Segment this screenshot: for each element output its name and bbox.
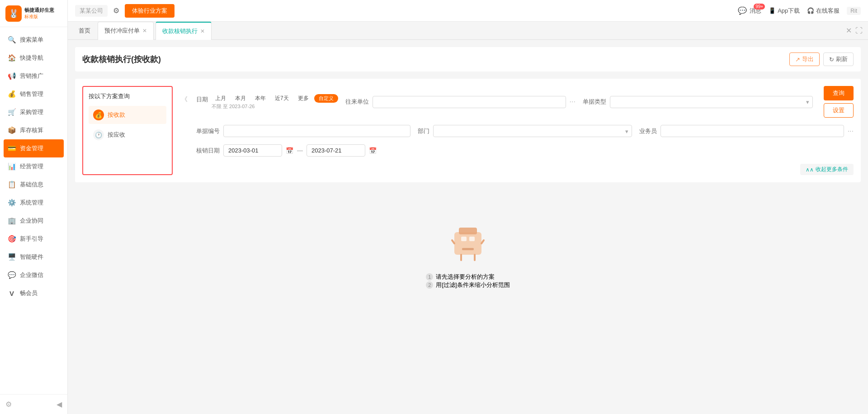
- sidebar-item-marketing[interactable]: 📢 营销推广: [0, 67, 67, 85]
- sidebar-item-enterprise[interactable]: 🏢 企业协同: [0, 212, 67, 230]
- counterparty-label: 往来单位: [345, 98, 369, 106]
- filter-collapse-btn[interactable]: 《: [180, 86, 189, 113]
- filter-row-3: 核销日期 📅 — 📅: [196, 144, 854, 157]
- finance-icon: 💳: [7, 144, 16, 153]
- collapse-more-button[interactable]: ∧∧ 收起更多条件: [800, 164, 854, 175]
- close-tab-icon[interactable]: ✕: [846, 26, 852, 35]
- filter-option-by-receivable[interactable]: 🕐 按应收: [89, 126, 166, 144]
- settings-button[interactable]: 设置: [824, 103, 854, 118]
- tab-prepay-label: 预付冲应付单: [104, 27, 140, 35]
- date-sub-text: 不限 至 2023-07-26: [212, 103, 338, 110]
- sidebar-item-search[interactable]: 🔍 搜索菜单: [0, 31, 67, 49]
- page-actions: ↗ 导出 ↻ 刷新: [789, 52, 854, 66]
- doc-type-group: 单据类型: [583, 96, 813, 108]
- filter-panel: 按以下方案查询 💰 按收款 🕐 按应收 《 日期: [75, 79, 861, 182]
- basic-info-icon: 📋: [7, 180, 16, 189]
- date-btn-this-month[interactable]: 本月: [231, 94, 250, 103]
- topbar-gear-icon[interactable]: ⚙: [113, 6, 119, 15]
- export-label: 导出: [802, 55, 814, 63]
- counterparty-group: 往来单位 ···: [345, 96, 576, 108]
- sidebar-item-system[interactable]: ⚙️ 系统管理: [0, 194, 67, 212]
- refresh-button[interactable]: ↻ 刷新: [823, 52, 854, 66]
- sidebar-item-inventory[interactable]: 📦 库存核算: [0, 121, 67, 139]
- tab-receipt-verify-close-icon[interactable]: ✕: [200, 28, 205, 34]
- staff-more-icon[interactable]: ···: [848, 127, 854, 135]
- tab-receipt-verify[interactable]: 收款核销执行 ✕: [156, 22, 212, 40]
- date-btn-7days[interactable]: 近7天: [271, 94, 292, 103]
- sidebar-label-inventory: 库存核算: [20, 126, 43, 134]
- sidebar-item-finance[interactable]: 💳 资金管理: [4, 139, 64, 157]
- doc-type-select[interactable]: [610, 96, 813, 108]
- marketing-icon: 📢: [7, 71, 16, 81]
- by-receipt-icon: 💰: [93, 109, 104, 120]
- member-icon: V: [7, 289, 16, 298]
- sidebar-item-member[interactable]: V 畅会员: [0, 284, 67, 302]
- svg-line-6: [481, 240, 484, 243]
- staff-input[interactable]: [660, 125, 844, 137]
- doc-number-input[interactable]: [223, 125, 410, 137]
- date-btn-custom[interactable]: 自定义: [314, 94, 338, 103]
- verify-date-start-input[interactable]: [223, 144, 282, 157]
- company-name: 某某公司: [75, 5, 108, 17]
- logo-name: 畅捷通好生意: [24, 7, 54, 14]
- message-container[interactable]: 💬 99+ 消息: [738, 6, 761, 15]
- logo: 🐰 畅捷通好生意 标准版: [0, 0, 67, 27]
- sidebar-item-sales[interactable]: 💰 销售管理: [0, 85, 67, 103]
- date-controls: 上月 本月 本年 近7天 更多 自定义 不限 至 2023-07-26: [212, 94, 338, 110]
- purchase-icon: 🛒: [7, 108, 16, 117]
- tab-prepay[interactable]: 预付冲应付单 ✕: [98, 22, 154, 40]
- customer-service[interactable]: 🎧 在线客服: [807, 7, 840, 15]
- tab-home[interactable]: 首页: [71, 22, 98, 40]
- counterparty-more-icon[interactable]: ···: [570, 98, 576, 106]
- hardware-icon: 🖥️: [7, 252, 16, 262]
- tip-num-1: 1: [426, 273, 433, 281]
- settings-bottom-icon[interactable]: ⚙: [5, 400, 12, 409]
- date-btn-last-month[interactable]: 上月: [212, 94, 230, 103]
- sidebar-label-member: 畅会员: [20, 289, 38, 297]
- filter-option-by-receipt[interactable]: 💰 按收款: [89, 106, 166, 124]
- sidebar-item-wechat[interactable]: 💬 企业微信: [0, 266, 67, 284]
- expand-tab-icon[interactable]: ⛶: [855, 27, 863, 35]
- sidebar-label-sales: 销售管理: [20, 90, 43, 98]
- collapse-up-icon: ∧∧: [806, 167, 814, 173]
- collapse-label: 收起更多条件: [816, 166, 848, 173]
- sidebar-item-management[interactable]: 📊 经营管理: [0, 157, 67, 176]
- user-name: Rit: [847, 7, 861, 15]
- sidebar-item-quick-nav[interactable]: 🏠 快捷导航: [0, 49, 67, 67]
- sidebar-item-hardware[interactable]: 🖥️ 智能硬件: [0, 248, 67, 266]
- svg-rect-2: [461, 237, 467, 241]
- sidebar-item-basic-info[interactable]: 📋 基础信息: [0, 176, 67, 194]
- department-label: 部门: [418, 127, 429, 135]
- filter-scheme-box: 按以下方案查询 💰 按收款 🕐 按应收: [82, 86, 173, 175]
- date-group: 日期 上月 本月 本年 近7天 更多 自定义 不限 至 2023-07-26: [196, 94, 338, 110]
- department-select[interactable]: [433, 125, 632, 137]
- verify-date-start-calendar-icon[interactable]: 📅: [286, 147, 293, 154]
- verify-date-end-calendar-icon[interactable]: 📅: [369, 147, 377, 154]
- tip-text-2: 用[过滤]条件来缩小分析范围: [436, 281, 509, 289]
- export-button[interactable]: ↗ 导出: [789, 52, 820, 66]
- sidebar-label-hardware: 智能硬件: [20, 253, 43, 261]
- by-receipt-label: 按收款: [108, 111, 125, 119]
- counterparty-input[interactable]: [373, 96, 566, 108]
- date-label: 日期: [196, 95, 208, 104]
- sidebar-item-purchase[interactable]: 🛒 采购管理: [0, 103, 67, 121]
- verify-date-range: 📅 — 📅: [223, 144, 377, 157]
- date-btn-this-year[interactable]: 本年: [251, 94, 269, 103]
- logo-sub: 标准版: [24, 14, 54, 20]
- export-icon: ↗: [795, 56, 800, 63]
- sidebar-item-guide[interactable]: 🎯 新手引导: [0, 230, 67, 248]
- sidebar-label-search: 搜索菜单: [20, 36, 43, 44]
- tab-prepay-close-icon[interactable]: ✕: [142, 28, 147, 34]
- query-button[interactable]: 查询: [824, 86, 854, 100]
- app-download[interactable]: 📱 App下载: [769, 7, 800, 15]
- industry-solution-button[interactable]: 体验行业方案: [125, 4, 175, 18]
- department-select-wrapper: [433, 125, 632, 137]
- collapse-sidebar-icon[interactable]: ◀: [57, 400, 62, 409]
- verify-date-end-input[interactable]: [307, 144, 365, 157]
- sidebar-label-enterprise: 企业协同: [20, 217, 43, 225]
- date-btn-more[interactable]: 更多: [294, 94, 312, 103]
- by-receivable-icon: 🕐: [93, 129, 104, 140]
- svg-rect-3: [469, 237, 475, 241]
- refresh-icon: ↻: [829, 56, 834, 63]
- management-icon: 📊: [7, 162, 16, 171]
